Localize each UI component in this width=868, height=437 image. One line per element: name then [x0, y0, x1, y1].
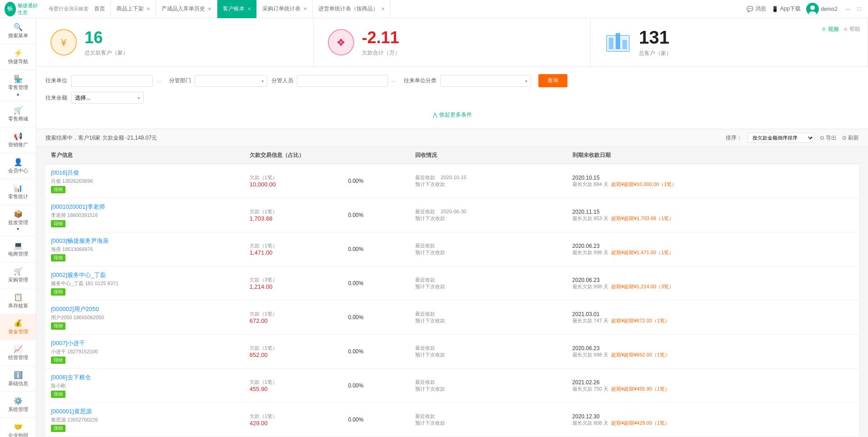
due-date: 2020.12.30 — [572, 413, 853, 420]
due-date-cell: 2020.10.15 最长欠款 884 天 超期¥超期¥10,000.00（1笔… — [567, 164, 859, 198]
person-label: 分管人员 — [271, 77, 293, 85]
customer-name-link[interactable]: [0002]服务中心_丁磊 — [51, 271, 239, 279]
debt-amount: 672.00 — [250, 317, 337, 324]
customer-name-link[interactable]: [0006]去下粮仓 — [51, 373, 239, 382]
overdue-link[interactable]: 超期¥超期¥1,703.68（1笔） — [611, 216, 674, 221]
maximize-btn[interactable]: □ — [854, 5, 863, 12]
tab-product-history[interactable]: 产成品入库单历史 ✕ — [156, 0, 217, 18]
message-btn[interactable]: 💬 消息 — [747, 5, 766, 13]
app-name: 畅捷通好生意 — [18, 2, 41, 16]
minimize-btn[interactable]: ─ — [843, 5, 853, 12]
table-header-row: 客户信息 欠款交易信息（占比） 回收情况 到期未收款日期 — [45, 147, 859, 164]
filter-area: 往来单位 ··· 分管部门 ▾ 分管人员 — [36, 67, 868, 129]
sidebar-item-purchase[interactable]: 🛒 采购管理 — [0, 262, 36, 288]
marketing-icon: 📢 — [2, 132, 34, 141]
sidebar-item-batch-mgmt[interactable]: 📦 批发管理 ▼ — [0, 205, 36, 236]
debt-pct-cell: 0.00% — [342, 266, 410, 301]
unit-category-select[interactable] — [440, 75, 531, 87]
dept-select[interactable] — [195, 75, 267, 87]
sidebar-item-inventory[interactable]: 📋 库存核算 — [0, 288, 36, 314]
customer-name-link[interactable]: [0003]畅捷服务尹海蒸 — [51, 237, 239, 245]
tab-home[interactable]: 首页 — [89, 0, 111, 18]
sidebar-item-enterprise[interactable]: 🤝 企业协同 — [0, 418, 36, 437]
customer-contact: 小进干 18279152100 — [51, 348, 239, 355]
tab-instock-stat[interactable]: 进货单统计表（按商品） ✕ — [313, 0, 391, 18]
overdue-link[interactable]: 超期¥超期¥672.00（1笔） — [611, 318, 670, 323]
max-overdue: 最长欠款 853 天 超期¥超期¥1,703.68（1笔） — [572, 215, 853, 222]
stat-debtors-info: 16 总欠款客户（家） — [85, 28, 128, 57]
next-collect-label: 预计下次收款 — [415, 215, 467, 222]
sidebar-item-member[interactable]: 👤 会员中心 — [0, 153, 36, 179]
due-date: 2020.06.23 — [572, 345, 853, 352]
customer-name-link[interactable]: [000001]黄思源 — [51, 407, 239, 416]
customer-info-cell: [000001]黄思源 黄思源 13552700226 现销 — [45, 403, 244, 437]
person-dots[interactable]: ··· — [391, 77, 397, 85]
svg-rect-10 — [622, 40, 627, 49]
sidebar-item-basic-info[interactable]: ℹ️ 基础信息 — [0, 366, 36, 392]
sort-select[interactable]: 按欠款金额倒序排序 — [748, 133, 814, 143]
tab-customer-account[interactable]: 客户账本 ✕ — [217, 0, 257, 18]
sidebar-item-marketing[interactable]: 📢 营销推广 — [0, 127, 36, 153]
debt-info-cell: 欠款（1笔） 429.00 — [244, 403, 343, 437]
debt-desc: 欠款（1笔） — [250, 345, 337, 352]
overdue-link[interactable]: 超期¥超期¥1,214.00（3笔） — [611, 284, 674, 289]
refresh-button[interactable]: ⊙ 刷新 — [842, 134, 859, 142]
customer-tag: 现销 — [51, 391, 65, 398]
customer-name-link[interactable]: [0007]小进干 — [51, 339, 239, 347]
close-tab-purchase-order[interactable]: ✕ — [303, 6, 307, 11]
top-right-area: 💬 消息 📱 App下载 demo2 ─ □ — [747, 3, 863, 15]
user-menu[interactable]: demo2 — [806, 3, 838, 15]
customer-name-link[interactable]: [0001020001]李老师 — [51, 203, 239, 211]
app-download-btn[interactable]: 📱 App下载 — [772, 5, 801, 13]
balance-select-wrapper: 选择... — [71, 92, 144, 104]
max-overdue: 最长欠款 747 天 超期¥超期¥672.00（1笔） — [572, 317, 853, 324]
max-overdue: 最长欠款 998 天 超期¥超期¥652.00（1笔） — [572, 352, 853, 358]
close-tab-instock-stat[interactable]: ✕ — [381, 6, 385, 11]
sidebar-item-retail-mall[interactable]: 🛒 零售商城 — [0, 101, 36, 127]
tab-purchase-order[interactable]: 采购订单统计表 ✕ — [257, 0, 313, 18]
overdue-link[interactable]: 超期¥超期¥429.00（1笔） — [611, 420, 670, 426]
debt-amount: 429.00 — [250, 420, 337, 427]
from-unit-dots[interactable]: ··· — [156, 77, 162, 85]
query-button[interactable]: 查询 — [538, 74, 567, 87]
close-tab-product-history[interactable]: ✕ — [208, 6, 211, 11]
debt-percentage: 0.00% — [348, 382, 404, 389]
from-unit-label: 往来单位 — [45, 77, 67, 85]
sidebar-item-quick-nav[interactable]: ⚡ 快捷导航 — [0, 44, 36, 70]
customer-info-cell: [0001020001]李老师 李老师 18600391516 现销 — [45, 198, 244, 232]
overdue-link[interactable]: 超期¥超期¥455.90（1笔） — [611, 386, 670, 392]
customer-name-link[interactable]: [0016]吕俊 — [51, 169, 239, 177]
person-input[interactable] — [297, 75, 388, 87]
customer-contact: 陈小刚 — [51, 382, 239, 389]
sidebar-item-retail-stat[interactable]: 📊 零售统计 — [0, 179, 36, 205]
tab-product-shelf[interactable]: 商品上下架 ✕ — [111, 0, 156, 18]
debt-percentage: 0.00% — [348, 212, 404, 218]
col-header-customer: 客户信息 — [45, 147, 244, 164]
next-collect-label: 预计下次收款 — [415, 181, 467, 188]
sidebar-item-ecommerce[interactable]: 💻 电商管理 — [0, 236, 36, 262]
avatar — [806, 3, 819, 15]
overdue-link[interactable]: 超期¥超期¥10,000.00（1笔） — [611, 181, 677, 187]
due-date: 2021.03.01 — [572, 311, 853, 317]
balance-select[interactable]: 选择... — [71, 92, 144, 104]
close-tab-customer-account[interactable]: ✕ — [247, 6, 251, 11]
collapse-button[interactable]: ⋀ 收起更多条件 — [45, 108, 859, 121]
close-tab-product-shelf[interactable]: ✕ — [146, 6, 150, 11]
export-button[interactable]: ⊙ 导出 — [820, 134, 837, 142]
sidebar-item-retail-mgmt[interactable]: 🏪 零售管理 ▲ — [0, 70, 36, 101]
help-link[interactable]: ⊙ 帮助 — [843, 25, 860, 33]
overdue-link[interactable]: 超期¥超期¥652.00（1笔） — [611, 352, 670, 357]
sidebar-item-search[interactable]: 🔍 搜索菜单 — [0, 18, 36, 44]
collection-cell: 最近收款 预计下次收款 — [410, 335, 567, 369]
sidebar-item-capital[interactable]: 💰 资金管理 — [0, 314, 36, 340]
video-link[interactable]: ⊙ 视频 — [822, 25, 838, 33]
due-date: 2020.10.15 — [572, 175, 853, 181]
from-unit-input[interactable] — [71, 75, 153, 87]
max-overdue: 最长欠款 750 天 超期¥超期¥455.90（1笔） — [572, 386, 853, 392]
window-controls: ─ □ — [843, 5, 863, 12]
sidebar-item-system[interactable]: ⚙️ 系统管理 — [0, 392, 36, 418]
sidebar-item-biz[interactable]: 📈 经营管理 — [0, 340, 36, 366]
overdue-link[interactable]: 超期¥超期¥1,471.00（1笔） — [611, 250, 674, 255]
table-row: [000002]用户2050 用户2050 18665062050 现销 欠款（… — [45, 301, 859, 335]
customer-name-link[interactable]: [000002]用户2050 — [51, 305, 239, 313]
